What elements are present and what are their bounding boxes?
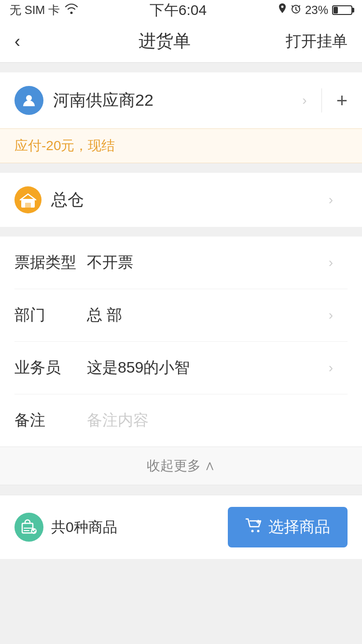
- section-gap-1: [0, 63, 362, 72]
- invoice-row[interactable]: 票据类型 不开票 ›: [0, 237, 362, 289]
- add-icon[interactable]: +: [336, 90, 348, 112]
- bottom-bar: 共0种商品 选择商品: [0, 495, 362, 559]
- warehouse-name: 总仓: [51, 189, 329, 211]
- page-title: 进货单: [139, 29, 191, 53]
- product-count-text: 共0种商品: [51, 518, 117, 537]
- notice-text: 应付-20元，现结: [14, 138, 115, 153]
- dept-row[interactable]: 部门 总 部 ›: [0, 289, 362, 341]
- select-product-label: 选择商品: [268, 517, 330, 538]
- warehouse-row[interactable]: 总仓 ›: [0, 173, 362, 227]
- supplier-section: 河南供应商22 › + 应付-20元，现结: [0, 72, 362, 163]
- section-gap-3: [0, 227, 362, 237]
- svg-point-8: [257, 530, 260, 532]
- supplier-avatar: [14, 86, 43, 115]
- sim-text: 无 SIM 卡: [10, 2, 60, 18]
- status-time: 下午6:04: [150, 0, 207, 20]
- warehouse-section: 总仓 ›: [0, 173, 362, 227]
- content-fill: [0, 559, 362, 644]
- status-bar: 无 SIM 卡 下午6:04 23%: [0, 0, 362, 20]
- note-label: 备注: [14, 410, 77, 431]
- location-icon: [278, 3, 287, 17]
- battery-icon: [332, 5, 352, 15]
- form-section: 票据类型 不开票 › 部门 总 部 › 业务员 这是859的小智 › 备注 备注…: [0, 237, 362, 447]
- svg-point-7: [251, 530, 254, 532]
- sales-value: 这是859的小智: [77, 357, 329, 378]
- warehouse-icon-wrap: [14, 186, 42, 213]
- svg-rect-4: [25, 203, 31, 208]
- notice-banner: 应付-20元，现结: [0, 128, 362, 163]
- invoice-value: 不开票: [77, 252, 329, 273]
- product-count-wrap: 共0种商品: [14, 513, 117, 542]
- alarm-icon: [291, 3, 301, 17]
- open-pending-button[interactable]: 打开挂单: [286, 31, 348, 52]
- dept-value: 总 部: [77, 305, 329, 326]
- product-icon: [14, 513, 43, 542]
- sales-label: 业务员: [14, 357, 77, 378]
- battery-percent: 23%: [305, 3, 328, 17]
- supplier-name: 河南供应商22: [53, 89, 302, 112]
- section-gap-4: [0, 485, 362, 495]
- status-right: 23%: [278, 3, 352, 17]
- cart-icon: [245, 518, 263, 536]
- sales-chevron-icon: ›: [329, 360, 333, 376]
- dept-label: 部门: [14, 305, 77, 326]
- note-row[interactable]: 备注 备注内容: [0, 394, 362, 447]
- dept-chevron-icon: ›: [329, 308, 333, 323]
- collapse-text: 收起更多 ∧: [147, 457, 216, 475]
- sales-row[interactable]: 业务员 这是859的小智 ›: [0, 342, 362, 394]
- note-input[interactable]: 备注内容: [77, 410, 348, 431]
- vertical-divider: [321, 88, 322, 112]
- select-product-button[interactable]: 选择商品: [228, 507, 348, 547]
- svg-point-1: [26, 95, 32, 101]
- wifi-icon: [65, 3, 78, 17]
- section-gap-2: [0, 163, 362, 173]
- invoice-label: 票据类型: [14, 252, 77, 273]
- supplier-row[interactable]: 河南供应商22 › +: [0, 72, 362, 128]
- collapse-row[interactable]: 收起更多 ∧: [0, 447, 362, 485]
- nav-bar: ‹ 进货单 打开挂单: [0, 20, 362, 63]
- warehouse-chevron-icon: ›: [329, 192, 333, 208]
- invoice-chevron-icon: ›: [329, 255, 333, 270]
- supplier-chevron-icon: ›: [302, 93, 306, 108]
- back-button[interactable]: ‹: [14, 31, 43, 52]
- status-left: 无 SIM 卡: [10, 2, 78, 18]
